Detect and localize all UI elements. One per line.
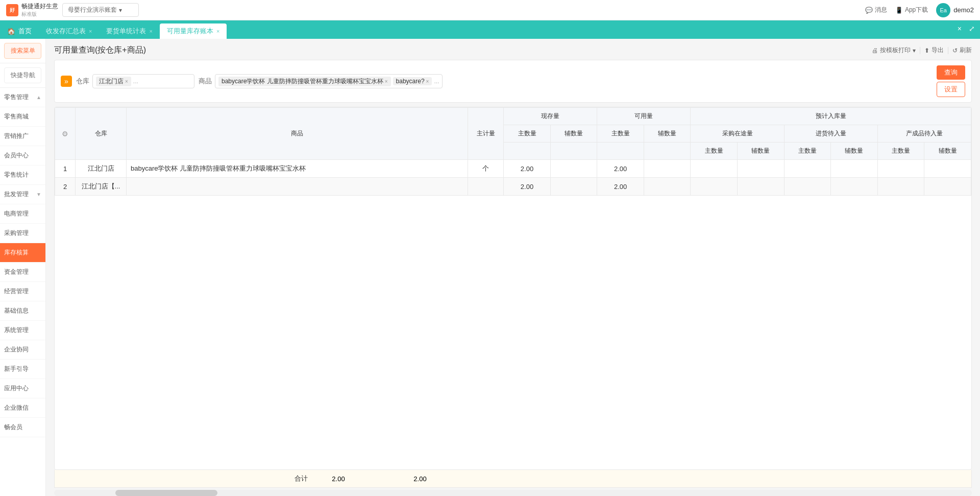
chevron-icon: ▼ — [36, 192, 41, 197]
sidebar-item-label: 应用中心 — [4, 384, 29, 393]
chevron-down-icon: ▾ — [119, 7, 122, 14]
sidebar-item-marketing[interactable]: 营销推广 — [0, 127, 45, 146]
th-cs-aux2 — [550, 143, 597, 160]
query-btn[interactable]: 查询 — [937, 65, 965, 80]
app-icon: 📱 — [895, 7, 903, 14]
divider2 — [948, 47, 948, 54]
tab-receive[interactable]: 收发存汇总表 × — [39, 23, 99, 39]
sidebar-item-zero-sales-mgmt[interactable]: 零售管理 ▲ — [0, 88, 45, 107]
tab-bar-close-all[interactable]: × — [958, 25, 962, 33]
th-pur-aux: 辅数量 — [738, 143, 785, 160]
th-product: 商品 — [127, 108, 468, 160]
horizontal-scrollbar[interactable] — [54, 490, 972, 496]
sidebar-item-finance-mgmt[interactable]: 资金管理 — [0, 263, 45, 282]
row1-current-aux — [550, 160, 597, 178]
th-available: 可用量 — [597, 108, 691, 125]
sidebar-item-vip[interactable]: 畅会员 — [0, 418, 45, 437]
sidebar-item-label: 采购管理 — [4, 229, 29, 238]
export-btn[interactable]: ⬆ 导出 — [924, 46, 944, 55]
sidebar-item-label: 资金管理 — [4, 268, 29, 276]
main-layout: 搜索菜单 快捷导航 零售管理 ▲ 零售商城 营销推广 会员中心 零售统计 批发管… — [0, 39, 980, 496]
th-incoming: 进货待入量 — [784, 125, 877, 143]
refresh-icon: ↺ — [952, 47, 958, 54]
tab-order-close[interactable]: × — [149, 28, 152, 34]
product-tag-2-text: babycare? — [396, 78, 425, 85]
logo: 好 畅捷通好生意 标准版 — [6, 2, 58, 18]
tab-available-close[interactable]: × — [216, 28, 219, 34]
sidebar-item-wechat[interactable]: 企业微信 — [0, 398, 45, 418]
product-label: 商品 — [199, 77, 212, 86]
row1-warehouse: 江北门店 — [76, 160, 127, 178]
product-tag-1-close[interactable]: × — [385, 79, 388, 84]
row1-inc-main — [784, 160, 831, 178]
row2-prod-aux — [924, 178, 971, 196]
app-download-btn[interactable]: 📱 App下载 — [895, 6, 928, 14]
sidebar-item-newbie[interactable]: 新手引导 — [0, 360, 45, 379]
btn-column-actions: 查询 设置 — [937, 65, 965, 97]
product-more[interactable]: ... — [434, 78, 439, 85]
th-settings[interactable]: ⚙ — [55, 108, 76, 160]
industry-selector[interactable]: 母婴行业演示账套 ▾ — [62, 3, 139, 17]
template-print-btn[interactable]: 🖨 按模板打印 ▾ — [872, 46, 916, 55]
filter-expand-btn[interactable]: » — [61, 76, 72, 87]
sidebar-item-enterprise[interactable]: 企业协同 — [0, 340, 45, 360]
sidebar-nav-btn-area: 快捷导航 — [0, 63, 45, 88]
sidebar-item-zero-sales-stats[interactable]: 零售统计 — [0, 166, 45, 185]
row1-current-main: 2.00 — [504, 160, 551, 178]
settings-btn[interactable]: 设置 — [937, 82, 965, 97]
sidebar-item-basic-info[interactable]: 基础信息 — [0, 301, 45, 321]
sidebar-item-sys-mgmt[interactable]: 系统管理 — [0, 321, 45, 340]
page-actions: 🖨 按模板打印 ▾ ⬆ 导出 ↺ 刷新 — [872, 46, 972, 55]
tab-home-label: 首页 — [18, 27, 32, 36]
sidebar-item-zero-sales-mall[interactable]: 零售商城 — [0, 107, 45, 127]
sidebar-item-app-center[interactable]: 应用中心 — [0, 379, 45, 398]
row1-pur-aux — [738, 160, 785, 178]
product-tag-2-close[interactable]: × — [426, 79, 429, 84]
sidebar-item-ops-mgmt[interactable]: 经营管理 — [0, 282, 45, 301]
sidebar-item-ecommerce-mgmt[interactable]: 电商管理 — [0, 204, 45, 224]
user-area[interactable]: Ea demo2 — [936, 3, 974, 17]
filter-area: » 仓库 江北门店 × ... 商品 babycare学饮杯 儿童防摔防撞吸管杯… — [54, 60, 972, 103]
product-tag-group[interactable]: babycare学饮杯 儿童防摔防撞吸管杯重力球吸嘴杯宝宝水杯 × babyca… — [215, 74, 443, 88]
th-current-stock: 现存量 — [504, 108, 597, 125]
footer-current-main: 2.00 — [318, 475, 359, 483]
sidebar-item-purchase-mgmt[interactable]: 采购管理 — [0, 224, 45, 243]
app-label: App下载 — [905, 6, 928, 14]
th-production: 产成品待入量 — [877, 125, 971, 143]
warehouse-tag-group[interactable]: 江北门店 × ... — [92, 74, 194, 88]
avatar: Ea — [936, 3, 950, 17]
page-title: 可用量查询(按仓库+商品) — [54, 45, 146, 56]
row2-no: 2 — [55, 178, 76, 196]
row2-current-aux — [550, 178, 597, 196]
message-label: 消息 — [875, 6, 887, 14]
sidebar-item-inventory-check[interactable]: 库存核算 — [0, 243, 45, 263]
th-prod-aux: 辅数量 — [924, 143, 971, 160]
filter-actions: 查询 设置 — [937, 65, 965, 97]
tab-available[interactable]: 可用量库存账本 × — [160, 23, 227, 39]
logo-text: 畅捷通好生意 — [21, 2, 58, 11]
row2-inc-aux — [831, 178, 878, 196]
table-row: 2 江北门店【... 2.00 2.00 — [55, 178, 971, 196]
table-wrapper: ⚙ 仓库 商品 主计量 现存量 可用量 预计入库量 主数量 辅数量 主数量 辅数… — [54, 107, 972, 470]
sidebar-item-member-center[interactable]: 会员中心 — [0, 146, 45, 166]
scroll-thumb[interactable] — [115, 490, 217, 496]
divider — [920, 47, 920, 54]
warehouse-more[interactable]: ... — [133, 78, 138, 85]
tab-bar-expand[interactable]: ⤢ — [969, 25, 975, 33]
tab-receive-close[interactable]: × — [89, 28, 92, 34]
sidebar-search-btn[interactable]: 搜索菜单 — [4, 43, 41, 59]
refresh-btn[interactable]: ↺ 刷新 — [952, 46, 972, 55]
template-print-label: 按模板打印 — [880, 46, 911, 55]
sidebar-item-label: 零售商城 — [4, 112, 29, 121]
tab-order[interactable]: 要货单统计表 × — [99, 23, 159, 39]
top-bar-left: 好 畅捷通好生意 标准版 母婴行业演示账套 ▾ — [6, 2, 139, 18]
sidebar-item-label: 营销推广 — [4, 132, 29, 140]
sidebar-quicknav-btn[interactable]: 快捷导航 — [4, 67, 41, 83]
row1-pur-main — [691, 160, 738, 178]
message-btn[interactable]: 💬 消息 — [865, 6, 887, 14]
tab-home[interactable]: 🏠 首页 — [0, 23, 39, 39]
footer-avail-main: 2.00 — [400, 475, 440, 483]
sidebar-item-wholesale-mgmt[interactable]: 批发管理 ▼ — [0, 185, 45, 204]
warehouse-tag-close[interactable]: × — [125, 79, 128, 84]
settings-icon[interactable]: ⚙ — [62, 130, 68, 138]
